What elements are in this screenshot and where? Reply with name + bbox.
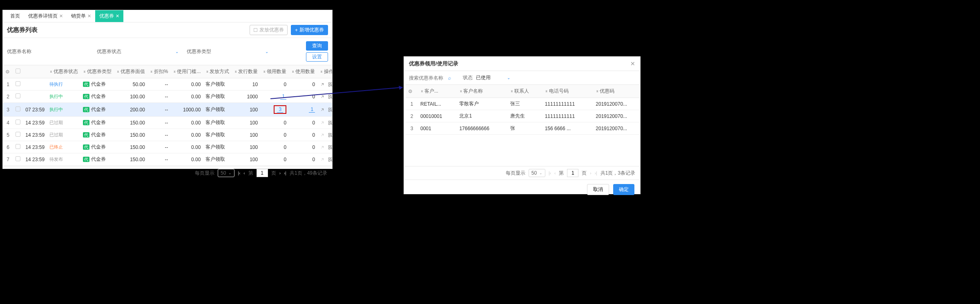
received-link[interactable]: 3 (277, 107, 283, 113)
row-checkbox[interactable] (16, 132, 20, 137)
dialog-page-input[interactable] (567, 169, 578, 177)
table-row[interactable]: 1待执行代代金券50.00--0.00客户领取1000 (3, 78, 332, 91)
dialog-prev-page-button[interactable]: ‹ (554, 171, 556, 175)
dialog-search[interactable]: ⌕ (409, 75, 458, 81)
filter-type-select[interactable]: ⌄ (213, 47, 270, 56)
svg-rect-15 (329, 121, 330, 122)
last-page-button[interactable]: ›| (284, 171, 286, 175)
filter-status-select[interactable]: ⌄ (123, 47, 180, 56)
add-coupon-button[interactable]: 新增优惠券 (291, 25, 328, 35)
received-link[interactable]: 1 (280, 93, 286, 100)
pagination: 每页显示 50⌄ |‹ ‹ 第 页 › ›| 共1页，49条记录 (3, 166, 332, 180)
select-all-checkbox[interactable] (16, 69, 20, 73)
qr-icon[interactable] (328, 82, 332, 87)
close-icon[interactable]: ✕ (116, 13, 119, 19)
tab-首页[interactable]: 首页 (6, 10, 24, 22)
search-button[interactable]: 查询 (306, 41, 328, 51)
col-header[interactable]: ▲▼使用数量 (289, 65, 317, 78)
col-header[interactable]: ▲▼联系人 (508, 85, 542, 98)
type-badge: 代 (83, 107, 89, 112)
share-icon[interactable] (320, 82, 325, 87)
close-icon[interactable]: ✕ (630, 60, 635, 67)
qr-icon[interactable] (328, 145, 332, 150)
svg-rect-33 (331, 160, 332, 161)
status-tag: 待发布 (49, 157, 63, 162)
cancel-button[interactable]: 取消 (587, 184, 609, 195)
row-checkbox[interactable] (16, 93, 20, 98)
close-icon[interactable]: ✕ (59, 13, 63, 19)
col-header[interactable]: ▲▼客户... (418, 85, 457, 98)
settings-button[interactable]: 设置 (306, 52, 328, 62)
chevron-down-icon: ⌄ (507, 75, 510, 80)
col-header[interactable]: ▲▼操作 (317, 65, 332, 78)
first-page-button[interactable]: |‹ (238, 171, 240, 175)
search-icon[interactable]: ⌕ (448, 75, 451, 81)
tab-销货单[interactable]: 销货单✕ (67, 10, 95, 22)
col-header[interactable]: ▲▼电话号码 (542, 85, 594, 98)
distribute-coupon-button[interactable]: ☐发放优惠券 (250, 25, 288, 35)
gear-icon[interactable]: ⚙ (408, 89, 413, 94)
dialog-state-select[interactable]: 已使用 ⌄ (476, 74, 510, 81)
qr-icon[interactable] (328, 107, 332, 112)
qr-icon[interactable] (328, 94, 332, 99)
close-icon[interactable]: ✕ (87, 13, 91, 19)
page-input[interactable] (257, 169, 268, 177)
col-header[interactable]: ▲▼优惠券状态 (47, 65, 80, 78)
next-page-button[interactable]: › (279, 171, 281, 175)
share-icon[interactable] (320, 107, 325, 112)
col-header[interactable]: ▲▼领用数量 (260, 65, 289, 78)
page-title: 优惠券列表 (5, 26, 38, 34)
row-checkbox[interactable] (16, 107, 20, 111)
used-link[interactable]: 1 (309, 107, 315, 113)
prev-page-button[interactable]: ‹ (243, 171, 245, 175)
col-header[interactable]: ▲▼客户名称 (457, 85, 508, 98)
qr-icon[interactable] (328, 120, 332, 125)
row-checkbox[interactable] (16, 120, 20, 124)
table-row[interactable]: 614 23:59已终止代代金券150.00--0.00客户领取10000 (3, 141, 332, 153)
share-icon[interactable] (320, 94, 325, 99)
confirm-button[interactable]: 确定 (613, 184, 634, 195)
col-header[interactable]: ▲▼折扣% (147, 65, 171, 78)
qr-icon[interactable] (328, 133, 332, 138)
row-checkbox[interactable] (16, 144, 20, 149)
chevron-down-icon: ⌄ (539, 171, 542, 175)
chevron-down-icon: ⌄ (175, 49, 179, 54)
dialog-search-input[interactable] (409, 75, 446, 81)
dialog-per-page-select[interactable]: 50⌄ (529, 169, 545, 177)
dialog-pagination: 每页显示 50⌄ |‹ ‹ 第 页 › ›| 共1页，3条记录 (404, 166, 640, 180)
table-row[interactable]: 200010001北京1唐先生111111111112019120070...满… (406, 110, 640, 122)
status-tag: 已过期 (49, 132, 63, 137)
col-header[interactable]: ▲▼优惠码 (593, 85, 640, 98)
filter-name-input[interactable] (33, 47, 90, 56)
share-icon (320, 133, 325, 138)
share-icon (320, 157, 325, 162)
table-row[interactable]: 414 23:59已过期代代金券150.00--0.00客户领取10000 (3, 117, 332, 129)
row-checkbox[interactable] (16, 81, 20, 86)
svg-rect-31 (331, 158, 332, 159)
dialog-first-page-button[interactable]: |‹ (549, 171, 551, 175)
table-row[interactable]: 307 23:59执行中代代金券200.00--1000.00客户领取10031 (3, 103, 332, 117)
col-header[interactable]: ▲▼发放方式 (203, 65, 232, 78)
dialog-last-page-button[interactable]: ›| (595, 171, 597, 175)
row-checkbox[interactable] (16, 156, 20, 161)
table-row[interactable]: 714 23:59待发布代代金券150.00--0.00客户领取10000 (3, 153, 332, 166)
svg-rect-3 (331, 85, 332, 86)
col-header[interactable]: ▲▼优惠券面值 (114, 65, 147, 78)
col-header[interactable]: ▲▼发行数量 (232, 65, 260, 78)
tab-优惠券[interactable]: 优惠券✕ (95, 10, 123, 22)
svg-rect-13 (331, 110, 332, 111)
gear-icon[interactable]: ⚙ (5, 69, 10, 75)
table-row[interactable]: 514 23:59已过期代代金券150.00--0.00客户领取10000 (3, 129, 332, 141)
qr-icon[interactable] (328, 157, 332, 162)
col-header[interactable]: ▲▼使用门槛... (170, 65, 203, 78)
svg-rect-22 (329, 135, 330, 137)
table-row[interactable]: 3000117666666666张156 6666 ...2019120070.… (406, 122, 640, 135)
tab-优惠券详情页[interactable]: 优惠券详情页✕ (24, 10, 67, 22)
table-row[interactable]: 1RETAIL...零散客户张三111111111112019120070...… (406, 98, 640, 110)
per-page-select[interactable]: 50⌄ (218, 169, 234, 177)
table-row[interactable]: 2执行中代代金券100.00--0.00客户领取100010 (3, 91, 332, 103)
svg-rect-32 (329, 160, 330, 162)
dialog-next-page-button[interactable]: › (590, 171, 591, 175)
coupon-table-container[interactable]: ⚙▲▼优惠券状态▲▼优惠券类型▲▼优惠券面值▲▼折扣%▲▼使用门槛...▲▼发放… (3, 65, 332, 166)
col-header[interactable]: ▲▼优惠券类型 (80, 65, 114, 78)
